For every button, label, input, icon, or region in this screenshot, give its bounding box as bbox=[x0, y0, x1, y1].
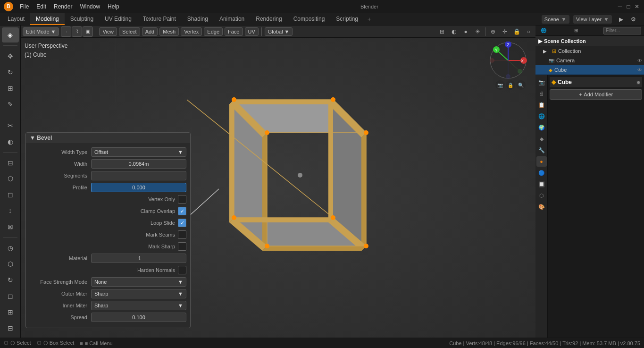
tab-modeling[interactable]: Modeling bbox=[30, 13, 65, 25]
close-button[interactable]: ✕ bbox=[634, 3, 640, 10]
width-type-value[interactable]: Offset ▼ bbox=[91, 147, 186, 157]
props-particles-icon[interactable]: ● bbox=[536, 156, 547, 167]
knife-tool[interactable]: ◷ bbox=[2, 240, 19, 255]
menu-file[interactable]: File bbox=[17, 2, 32, 11]
width-value[interactable]: 0.0984m bbox=[91, 159, 186, 169]
menu-help[interactable]: Help bbox=[105, 2, 122, 11]
snap-toggle[interactable]: 🔒 bbox=[511, 26, 522, 37]
menu-window[interactable]: Window bbox=[77, 2, 103, 11]
inset-tool[interactable]: ◻ bbox=[2, 187, 19, 202]
viewport-shading-material[interactable]: ● bbox=[460, 26, 471, 37]
outliner-collection[interactable]: ▶ ⊞ Collection bbox=[535, 46, 644, 56]
render-button[interactable]: ▶ bbox=[616, 14, 626, 25]
tab-uv-editing[interactable]: UV Editing bbox=[99, 13, 137, 25]
select-menu[interactable]: Select bbox=[119, 27, 140, 36]
maximize-button[interactable]: □ bbox=[625, 3, 632, 10]
props-modifiers-icon[interactable]: 🔧 bbox=[536, 145, 547, 155]
tab-animation[interactable]: Animation bbox=[214, 13, 250, 25]
move-tool[interactable]: ✥ bbox=[2, 49, 19, 64]
tab-sculpting[interactable]: Sculpting bbox=[65, 13, 99, 25]
add-modifier-button[interactable]: + Add Modifier bbox=[550, 89, 642, 100]
face-strength-value[interactable]: None ▼ bbox=[91, 277, 186, 287]
outliner-filter-icon[interactable]: ⊞ bbox=[550, 25, 602, 36]
tab-scripting[interactable]: Scripting bbox=[330, 13, 364, 25]
smooth-tool[interactable]: ◻ bbox=[2, 289, 19, 304]
props-scene-icon[interactable]: 🌐 bbox=[536, 111, 547, 121]
mark-seams-checkbox[interactable] bbox=[178, 230, 186, 239]
clamp-overlap-checkbox[interactable] bbox=[178, 207, 186, 215]
edge-slide-tool[interactable]: ⊞ bbox=[2, 305, 19, 320]
scene-selector[interactable]: Scene ▼ bbox=[542, 15, 569, 24]
gizmo-toggle[interactable]: ✛ bbox=[500, 26, 510, 37]
lock-view-btn[interactable]: 🔒 bbox=[506, 80, 515, 90]
viewport-content[interactable]: User Perspective (1) Cube Profile Minimu… bbox=[21, 38, 535, 338]
transform-tool[interactable]: ✎ bbox=[2, 97, 19, 112]
tab-layout[interactable]: Layout bbox=[2, 13, 30, 25]
view-menu[interactable]: View bbox=[99, 27, 117, 36]
menu-render[interactable]: Render bbox=[51, 2, 75, 11]
segments-value[interactable] bbox=[91, 171, 186, 180]
outliner-cube[interactable]: ◆ Cube 👁 bbox=[535, 65, 644, 75]
overlay-toggle[interactable]: ⊕ bbox=[488, 26, 498, 37]
render-settings-button[interactable]: ⚙ bbox=[628, 14, 638, 25]
add-menu[interactable]: Add bbox=[142, 27, 158, 36]
props-constraints-icon[interactable]: 🔲 bbox=[536, 179, 547, 189]
tab-shading[interactable]: Shading bbox=[182, 13, 214, 25]
transform-space[interactable]: Global ▼ bbox=[265, 27, 293, 36]
props-material-icon[interactable]: 🎨 bbox=[536, 202, 547, 212]
inner-miter-value[interactable]: Sharp ▼ bbox=[91, 301, 186, 310]
zoom-btn[interactable]: 🔍 bbox=[516, 80, 526, 90]
outliner-search[interactable] bbox=[603, 27, 641, 34]
measure-tool[interactable]: ◐ bbox=[2, 134, 19, 149]
profile-value[interactable]: 0.000 bbox=[91, 183, 186, 192]
spin-tool[interactable]: ↻ bbox=[2, 272, 19, 288]
vertex-menu[interactable]: Vertex bbox=[181, 27, 202, 36]
outliner-camera[interactable]: 📷 Camera 👁 bbox=[535, 56, 644, 65]
blender-logo[interactable]: B bbox=[4, 2, 13, 11]
tab-compositing[interactable]: Compositing bbox=[288, 13, 331, 25]
shrink-tool[interactable]: ⊟ bbox=[2, 321, 19, 336]
minimize-button[interactable]: ─ bbox=[617, 3, 623, 10]
props-object-data-icon[interactable]: ⬡ bbox=[536, 190, 547, 201]
edge-menu[interactable]: Edge bbox=[204, 27, 223, 36]
material-value[interactable]: -1 bbox=[91, 254, 186, 263]
props-object-icon[interactable]: ◆ bbox=[536, 134, 547, 144]
harden-normals-checkbox[interactable] bbox=[178, 266, 186, 274]
uv-menu[interactable]: UV bbox=[245, 27, 259, 36]
rotate-tool[interactable]: ↻ bbox=[2, 65, 19, 80]
props-physics-icon[interactable]: 🔵 bbox=[536, 168, 547, 178]
edit-mode-selector[interactable]: Edit Mode ▼ bbox=[23, 27, 59, 36]
proportional-edit[interactable]: ○ bbox=[523, 26, 534, 37]
face-mode-btn[interactable]: ▣ bbox=[83, 26, 93, 37]
bevel-tool[interactable]: ↕ bbox=[2, 203, 19, 218]
face-menu[interactable]: Face bbox=[225, 27, 243, 36]
viewport[interactable]: Edit Mode ▼ · ⌇ ▣ View Select Add Mesh V… bbox=[21, 25, 535, 338]
spread-value[interactable]: 0.100 bbox=[91, 313, 186, 322]
props-output-icon[interactable]: 🖨 bbox=[536, 88, 547, 99]
menu-edit[interactable]: Edit bbox=[33, 2, 49, 11]
vertex-mode-btn[interactable]: · bbox=[61, 26, 71, 37]
vertex-only-checkbox[interactable] bbox=[178, 195, 186, 204]
gizmo-sphere[interactable]: X Y Z bbox=[489, 42, 527, 79]
camera-view-btn[interactable]: 📷 bbox=[495, 80, 505, 90]
bevel-panel-header[interactable]: ▼ Bevel bbox=[26, 133, 190, 143]
loop-cut-tool[interactable]: ⊠ bbox=[2, 219, 19, 234]
extrude-tool[interactable]: ⬡ bbox=[2, 171, 19, 187]
properties-copy-icon[interactable]: ⊞ bbox=[636, 80, 640, 85]
add-cube-tool[interactable]: ⊟ bbox=[2, 155, 19, 170]
mesh-menu[interactable]: Mesh bbox=[159, 27, 179, 36]
poly-build-tool[interactable]: ⬡ bbox=[2, 256, 19, 272]
props-view-layer-icon[interactable]: 📋 bbox=[536, 100, 547, 110]
props-world-icon[interactable]: 🌍 bbox=[536, 122, 547, 133]
loop-slide-checkbox[interactable] bbox=[178, 219, 186, 227]
view-layer-selector[interactable]: View Layer ▼ bbox=[573, 15, 612, 24]
props-render-icon[interactable]: 📷 bbox=[536, 77, 547, 87]
edge-mode-btn[interactable]: ⌇ bbox=[72, 26, 82, 37]
tab-texture-paint[interactable]: Texture Paint bbox=[137, 13, 182, 25]
outliner-scene-icon[interactable]: 🌐 bbox=[538, 25, 549, 36]
scale-tool[interactable]: ⊞ bbox=[2, 81, 19, 96]
viewport-shading-solid[interactable]: ◐ bbox=[449, 26, 459, 37]
mark-sharp-checkbox[interactable] bbox=[178, 242, 186, 251]
viewport-shading-rendered[interactable]: ☀ bbox=[472, 26, 483, 37]
select-tool[interactable]: ◈ bbox=[2, 27, 19, 42]
